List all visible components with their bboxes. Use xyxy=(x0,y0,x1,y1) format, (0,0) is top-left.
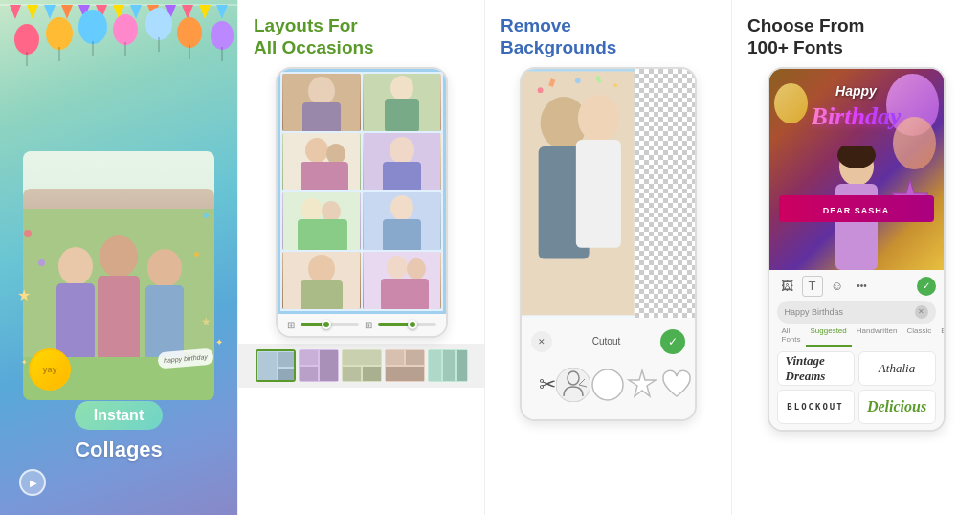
slider-left-icon: ⊞ xyxy=(287,320,295,330)
dear-sasha-banner: DEAR SASHA xyxy=(779,195,934,222)
thumb-4[interactable] xyxy=(385,349,425,382)
photo-svg-6 xyxy=(363,192,441,250)
dear-sasha-text: DEAR SASHA xyxy=(823,206,890,215)
svg-point-49 xyxy=(407,258,426,280)
thumb-5[interactable] xyxy=(428,349,468,382)
photo-svg-3 xyxy=(282,133,361,190)
tab-classic[interactable]: Classic xyxy=(902,324,936,347)
cutout-check-button[interactable]: ✓ xyxy=(660,329,685,354)
balloon-3 xyxy=(78,10,107,44)
cutout-phone-mockup: ✕ Cutout ✓ ✂ xyxy=(520,67,697,421)
cutout-toolbar: ✕ Cutout ✓ xyxy=(531,325,685,358)
font-sample-vintage[interactable]: Vintage Dreams xyxy=(777,351,855,386)
cutout-image xyxy=(522,69,695,318)
photo-block-7 xyxy=(282,252,361,309)
effect-tool-icon[interactable]: ☺ xyxy=(827,276,848,297)
thumb-svg-5 xyxy=(428,349,468,382)
font-vintage-label: Vintage Dreams xyxy=(786,353,846,384)
panel-1-bottom-text: Instant Collages xyxy=(23,401,214,462)
svg-point-35 xyxy=(390,137,414,164)
slider-track-2[interactable] xyxy=(378,323,436,326)
close-icon: ✕ xyxy=(538,337,546,347)
svg-rect-68 xyxy=(429,350,441,381)
photo-block-5 xyxy=(282,192,361,250)
svg-marker-13 xyxy=(216,5,228,19)
star-3: ✦ xyxy=(215,337,223,347)
star-shape-svg xyxy=(625,368,659,402)
svg-rect-56 xyxy=(300,350,318,365)
font-check-button[interactable]: ✓ xyxy=(917,277,936,296)
svg-rect-69 xyxy=(443,350,455,381)
thumb-svg-4 xyxy=(385,349,425,382)
svg-rect-64 xyxy=(386,350,404,365)
happy-text: Happy xyxy=(835,83,877,99)
font-sample-delicious[interactable]: Delicious xyxy=(858,390,936,424)
svg-point-17 xyxy=(58,247,93,285)
svg-rect-18 xyxy=(56,283,95,360)
thumb-3[interactable] xyxy=(342,349,382,382)
more-tools-icon[interactable]: ••• xyxy=(852,276,873,297)
svg-point-38 xyxy=(301,198,323,221)
couple-photo-area xyxy=(522,69,635,318)
svg-marker-86 xyxy=(629,370,656,396)
thumb-svg-1 xyxy=(257,351,296,382)
font-athalia-label: Athalia xyxy=(879,361,915,376)
svg-point-32 xyxy=(326,144,345,165)
birthday-image: Happy Birthday DEAR SASHA xyxy=(769,69,944,270)
checkerboard-bg xyxy=(635,69,695,318)
tab-bu[interactable]: Bu xyxy=(936,324,945,347)
svg-rect-65 xyxy=(406,350,424,365)
star-shape-tool[interactable] xyxy=(625,368,659,402)
photo-svg-5 xyxy=(282,192,361,250)
tab-handwritten[interactable]: Handwritten xyxy=(852,324,902,347)
svg-rect-75 xyxy=(576,140,621,248)
svg-rect-46 xyxy=(301,280,343,309)
panel-2-title: Layouts For All Occasions xyxy=(254,15,469,59)
thumb-svg-3 xyxy=(342,349,382,382)
font-sample-blockout[interactable]: BLOCKOUT xyxy=(777,390,855,424)
thumb-2[interactable] xyxy=(299,349,339,382)
panel-4-title: Choose From 100+ Fonts xyxy=(747,15,965,59)
circle-shape-tool[interactable] xyxy=(590,368,625,402)
text-tool-icon[interactable]: T xyxy=(802,276,823,297)
svg-point-85 xyxy=(592,369,623,400)
search-clear-icon[interactable]: ✕ xyxy=(915,305,928,319)
birthday-phone-mockup: Happy Birthday DEAR SASHA xyxy=(768,67,946,432)
svg-rect-33 xyxy=(301,162,348,190)
svg-rect-26 xyxy=(302,102,341,131)
font-sample-athalia[interactable]: Athalia xyxy=(858,351,936,386)
thumb-svg-2 xyxy=(299,349,339,382)
heart-shape-tool[interactable] xyxy=(659,368,694,402)
photo-block-2 xyxy=(363,74,441,131)
thumb-1[interactable] xyxy=(256,349,296,382)
slider-track-1[interactable] xyxy=(301,323,359,326)
birthday-text: Birthday xyxy=(812,102,902,131)
font-panel-bottom: 🖼 T ☺ ••• ✓ Happy Birthdas ✕ xyxy=(769,270,944,430)
play-icon: ▶ xyxy=(30,478,37,488)
confetti-3 xyxy=(194,252,199,257)
person-cutout-tool[interactable] xyxy=(556,368,590,402)
svg-rect-40 xyxy=(298,219,347,250)
collage-cell-6 xyxy=(363,192,441,250)
cutout-label: Cutout xyxy=(552,336,660,347)
slider-thumb-1 xyxy=(322,320,331,329)
svg-point-76 xyxy=(538,87,544,93)
balloon-6 xyxy=(177,17,202,48)
tab-all-fonts[interactable]: All Fonts xyxy=(777,324,806,347)
font-search-input[interactable]: Happy Birthdas ✕ xyxy=(777,301,936,324)
svg-marker-1 xyxy=(10,5,21,19)
star-2: ★ xyxy=(201,315,212,328)
tab-suggested[interactable]: Suggested xyxy=(806,324,852,347)
scissors-tool[interactable]: ✂ xyxy=(539,368,556,402)
panel-2-title-line2: All Occasions xyxy=(254,37,374,57)
heart-shape-svg xyxy=(659,368,694,402)
photo-svg-4 xyxy=(363,133,441,190)
panel-3-title: Remove Backgrounds xyxy=(501,15,716,59)
play-button[interactable]: ▶ xyxy=(19,469,46,496)
check-icon: ✓ xyxy=(668,335,678,348)
balloon-1 xyxy=(14,24,39,55)
panel-3-header: Remove Backgrounds xyxy=(485,0,731,67)
svg-point-28 xyxy=(390,76,413,101)
cutout-close-button[interactable]: ✕ xyxy=(531,331,552,352)
image-tool-icon[interactable]: 🖼 xyxy=(777,276,798,297)
